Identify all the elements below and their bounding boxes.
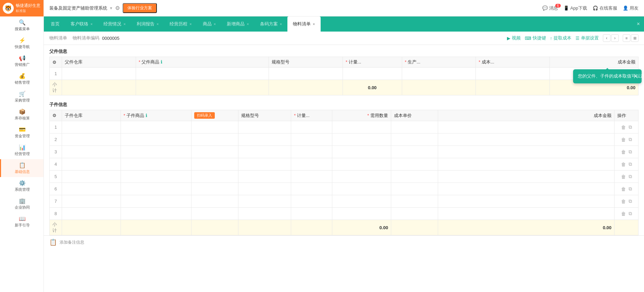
sidebar-item-basic[interactable]: 📋 基础信息 [0,159,44,177]
sidebar-item-marketing[interactable]: 📢 营销推广 [0,52,44,70]
notes-label[interactable]: 添加备注信息 [60,240,84,245]
tab-new-goods[interactable]: 新增商品 × [221,16,254,32]
child-row-2-spec[interactable] [238,133,291,146]
sidebar-item-finance[interactable]: 💳 资金管理 [0,124,44,141]
child-subtotal-cost: 0.00 [438,220,615,235]
tab-customer[interactable]: 客户联络 × [65,16,98,32]
tab-home[interactable]: 首页 [45,16,65,32]
parent-table-wrapper: ⚙ 父件仓库 * 父件商品 ℹ 规格型号 * 计量... [49,57,639,95]
sidebar-item-quick-nav[interactable]: ⚡ 快捷导航 [0,34,44,52]
child-row-4-delete[interactable]: 🗑 [620,161,627,168]
parent-row-1-unit[interactable] [343,68,402,80]
child-row-8-copy[interactable]: ⧉ [628,210,633,217]
child-row-6-delete[interactable]: 🗑 [620,185,627,192]
view-video-button[interactable]: ▶ 视频 [507,35,521,41]
child-row-2-unit-price[interactable] [391,133,438,146]
child-row-3-delete[interactable]: 🗑 [620,148,627,155]
app-download-button[interactable]: 📱 App下载 [564,5,587,11]
sidebar-item-enterprise[interactable]: 🏢 企业协同 [0,195,44,213]
sidebar-item-guide[interactable]: 📖 新手引导 [0,213,44,231]
child-row-4-copy[interactable]: ⧉ [628,161,633,168]
message-button[interactable]: 💬 消息 6 [542,5,558,11]
parent-subtotal-unit: 0.00 [343,80,402,95]
shortcut-button[interactable]: ⌨ 快捷键 [525,35,546,41]
sidebar-item-inventory[interactable]: 📦 库存核算 [0,106,44,124]
sidebar-item-search[interactable]: 🔍 搜索菜单 [0,16,44,34]
tab-history-close[interactable]: × [189,22,191,26]
child-row-5-copy[interactable]: ⧉ [628,173,633,180]
basic-icon: 📋 [19,162,26,168]
prev-button[interactable]: ‹ [603,34,610,42]
parent-row-1-warehouse[interactable] [62,68,136,80]
child-row-2-product[interactable] [121,133,191,146]
child-row-1-spec[interactable] [238,121,291,133]
child-row-2-unit[interactable] [291,133,332,146]
child-warehouse-col: 子件仓库 [62,110,121,121]
tab-bom[interactable]: 物料清单 × [287,16,320,32]
parent-row-1-cost[interactable] [476,68,550,80]
child-row-7-copy[interactable]: ⧉ [628,198,633,205]
child-row-3-copy[interactable]: ⧉ [628,148,633,155]
system-dropdown-icon[interactable]: ▾ [110,5,112,11]
parent-section: 父件信息 ⚙ 父件仓库 * 父件商品 ℹ 规格型号 [44,45,644,95]
child-section: 子件信息 ⚙ 子件仓库 * 子件商品 ℹ 扫码录入 规格 [44,98,644,235]
tab-goods-close[interactable]: × [214,22,216,26]
tab-operation-status[interactable]: 经营情况 × [98,16,131,32]
user-button[interactable]: 👤 用友 [623,5,639,11]
child-row-8-delete[interactable]: 🗑 [620,210,627,217]
child-table: ⚙ 子件仓库 * 子件商品 ℹ 扫码录入 规格型号 * [49,110,639,235]
parent-row-1-spec[interactable] [269,68,343,80]
breadcrumb-parent[interactable]: 物料清单 [49,35,67,41]
sidebar-item-sales[interactable]: 💰 销售管理 [0,70,44,88]
tab-profit-close[interactable]: × [157,22,159,26]
list-view-button[interactable]: ≡ [623,34,630,42]
child-row-1-product[interactable] [121,121,191,133]
tab-customer-close[interactable]: × [90,22,92,26]
child-row-1-unit-price[interactable] [391,121,438,133]
child-row-1-warehouse[interactable] [62,121,121,133]
sidebar-item-system[interactable]: ⚙️ 系统管理 [0,177,44,195]
child-row-2-qty[interactable] [332,133,391,146]
tab-goods[interactable]: 商品 × [197,16,221,32]
scan-button[interactable]: 扫码录入 [194,112,215,119]
tab-barcode[interactable]: 条码方案 × [255,16,287,32]
child-settings-col[interactable]: ⚙ [50,110,62,121]
tab-history[interactable]: 经营历程 × [164,16,197,32]
child-row-2-copy[interactable]: ⧉ [628,136,633,143]
single-setting-icon: ☰ [575,36,580,41]
child-row-5-delete[interactable]: 🗑 [620,173,627,180]
child-row-1-unit[interactable] [291,121,332,133]
grid-view-button[interactable]: ⊞ [631,34,639,42]
child-product-info-icon[interactable]: ℹ [146,113,147,118]
product-info-icon[interactable]: ℹ [161,59,162,65]
parent-row-1-product[interactable] [136,68,269,80]
next-button[interactable]: › [611,34,619,42]
tab-operation-close[interactable]: × [123,22,125,26]
tab-profit-report[interactable]: 利润报告 × [131,16,164,32]
guide-icon: 📖 [19,215,26,222]
online-service-button[interactable]: 🎧 在线客服 [593,5,617,11]
parent-row-1-produce[interactable] [402,68,476,80]
settings-icon[interactable]: ⚙ [115,5,120,11]
parent-table-row: 1 [50,68,639,80]
child-row-2-warehouse[interactable] [62,133,121,146]
parent-settings-col[interactable]: ⚙ [50,57,62,68]
child-row-2-num: 2 [50,133,62,146]
single-setting-button[interactable]: ☰ 单据设置 [575,35,599,41]
child-row-1-delete[interactable]: 🗑 [620,124,627,131]
trial-button[interactable]: 体验行业方案 [123,3,157,13]
tab-barcode-close[interactable]: × [280,22,282,26]
child-row-1-qty[interactable] [332,121,391,133]
child-row-1-copy[interactable]: ⧉ [628,124,633,131]
sidebar-item-purchase[interactable]: 🛒 采购管理 [0,88,44,106]
tab-new-goods-close[interactable]: × [247,22,249,26]
close-all-tabs[interactable]: × [637,21,643,27]
tab-bom-close[interactable]: × [313,22,315,26]
sidebar-item-operation[interactable]: 📊 经营管理 [0,141,44,159]
child-row-7-delete[interactable]: 🗑 [620,198,627,205]
child-row-6-copy[interactable]: ⧉ [628,185,633,192]
child-row-1-cost-amount[interactable] [438,121,615,133]
extract-cost-button[interactable]: ↑ 提取成本 [550,35,572,41]
child-row-2-cost-amount[interactable] [438,133,615,146]
child-row-2-delete[interactable]: 🗑 [620,136,627,143]
